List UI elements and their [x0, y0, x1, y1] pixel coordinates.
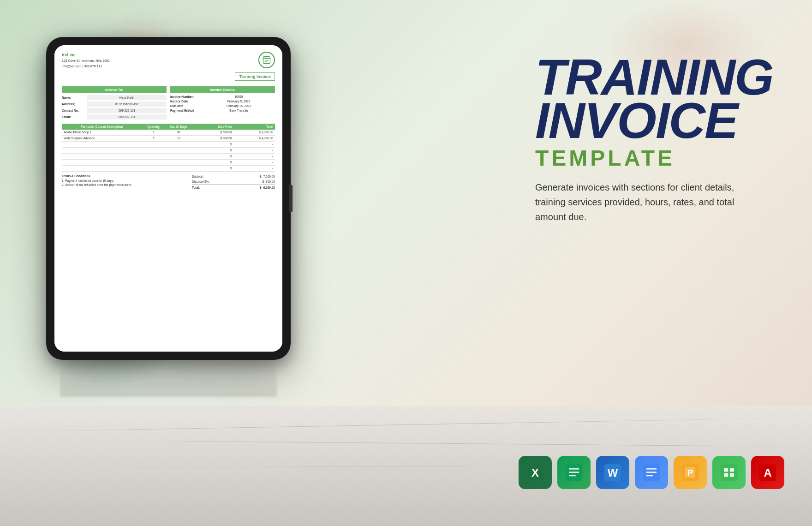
table-row: Web Designer Advance 5 10 $ 800.00 $ 4,0… — [62, 135, 275, 141]
svg-rect-15 — [646, 472, 657, 473]
table-row: $ - — [62, 153, 275, 159]
invoice-payment-label: Payment Method — [170, 109, 203, 112]
title-line-3: TEMPLATE — [535, 145, 775, 171]
invoice-date-label: Invoice Date — [170, 100, 203, 103]
invoice-to-section: Invoice To: Name: Hans Keith Address; 61… — [62, 86, 167, 121]
table-row: $ - — [62, 159, 275, 165]
subtotal-dollar: $ — [260, 175, 262, 178]
svg-rect-8 — [569, 468, 579, 470]
client-email-value: 099 222 101 — [87, 114, 167, 120]
cell-desc-0: Adobe Photo Shop 1 — [62, 130, 142, 136]
company-contact: info@kel.com | 999 676 111 — [62, 64, 110, 69]
invoice-details-section: Invoice Details: Invoice Number: 10098 I… — [170, 86, 275, 121]
cell-desc-3 — [62, 147, 142, 153]
terms-title: Terms & Conditions. — [62, 174, 192, 178]
cell-unit-5: $ — [192, 159, 233, 165]
cell-unit-2: $ — [192, 141, 233, 147]
client-address-value: 6132 Indiana Ave — [87, 102, 167, 107]
client-contact-row: Contact No: 099 222 101 — [62, 108, 167, 113]
invoice-number-row: Invoice Number: 10098 — [170, 95, 275, 98]
marble-line-1 — [0, 418, 812, 432]
acrobat-icon[interactable]: A — [751, 456, 784, 489]
word-icon[interactable]: W — [596, 456, 629, 489]
invoice-footer: Terms & Conditions. 1. Payment hast to b… — [62, 174, 275, 191]
tablet-wrapper: Kel Inc 123 Cove St. Invernes, Hills 209… — [46, 37, 291, 360]
cell-qty-0: 6 — [142, 130, 165, 136]
invoice-due-value: February 15, 2023 — [203, 104, 275, 108]
cell-qty-6 — [142, 165, 165, 171]
client-address-label: Address; — [62, 102, 87, 106]
cell-qty-4 — [142, 153, 165, 159]
tablet-reflection — [60, 360, 277, 397]
cell-days-3 — [165, 147, 193, 153]
cell-unit-6: $ — [192, 165, 233, 171]
svg-rect-24 — [730, 473, 734, 477]
cell-desc-1: Web Designer Advance — [62, 135, 142, 141]
cell-days-0: 30 — [165, 130, 193, 136]
cell-total-3: - — [234, 147, 275, 153]
client-contact-value: 099 222 101 — [87, 108, 167, 113]
cell-desc-5 — [62, 159, 142, 165]
cell-qty-5 — [142, 159, 165, 165]
tablet-device: Kel Inc 123 Cove St. Invernes, Hills 209… — [46, 37, 291, 360]
discount-amount: $ 350.00 — [262, 180, 275, 183]
invoice-date-value: February 5, 2023 — [203, 100, 275, 103]
description-text: Generate invoices with sections for clie… — [535, 180, 757, 224]
invoice-title-text: Training Invoice — [239, 74, 271, 79]
invoice-payment-value: Bank Transfer — [203, 109, 275, 112]
invoice-details-header: Invoice Details: — [170, 86, 275, 93]
svg-rect-21 — [724, 468, 728, 472]
pages-icon[interactable]: P — [674, 456, 707, 489]
svg-text:W: W — [608, 466, 618, 479]
table-header-unit: Unit Price — [192, 124, 233, 130]
cell-unit-0: $ 500.00 — [192, 130, 233, 136]
svg-text:X: X — [531, 466, 539, 479]
invoice-logo-icon — [258, 52, 275, 68]
total-amount: $ 6,650.00 — [260, 186, 275, 189]
cell-unit-1: $ 800.00 — [192, 135, 233, 141]
client-address-row: Address; 6132 Indiana Ave — [62, 102, 167, 107]
table-row: $ - — [62, 141, 275, 147]
total-label: Total: — [192, 186, 200, 189]
cell-total-2: - — [234, 141, 275, 147]
cell-total-6: - — [234, 165, 275, 171]
totals-section: Subtotal: $ 7,000.00 Discount 5%: $ 350.… — [192, 174, 275, 191]
invoice-sections: Invoice To: Name: Hans Keith Address; 61… — [62, 86, 275, 121]
table-header-days: No. Of Days — [165, 124, 193, 130]
table-row: $ - — [62, 147, 275, 153]
google-sheets-icon[interactable] — [557, 456, 591, 489]
svg-text:A: A — [764, 466, 771, 479]
invoice-title-bar: Training Invoice — [235, 72, 275, 81]
invoice-due-label: Due Date — [170, 104, 203, 108]
cell-total-5: - — [234, 159, 275, 165]
table-header-total: Total — [234, 124, 275, 130]
terms-item-1: 2. Amount is not refunded once the payme… — [62, 183, 192, 186]
numbers-icon[interactable] — [712, 456, 746, 489]
cell-total-1: $ 4,080.00 — [234, 135, 275, 141]
client-name-row: Name: Hans Keith — [62, 95, 167, 100]
cell-total-0: $ 3,080.00 — [234, 130, 275, 136]
cell-desc-4 — [62, 153, 142, 159]
table-row: Adobe Photo Shop 1 6 30 $ 500.00 $ 3,080… — [62, 130, 275, 136]
svg-rect-20 — [721, 464, 738, 481]
total-value: 6,650.00 — [263, 186, 275, 189]
subtotal-label: Subtotal: — [192, 175, 204, 178]
app-icons-row: X W P — [519, 456, 784, 489]
cell-desc-2 — [62, 141, 142, 147]
discount-row: Discount 5%: $ 350.00 — [192, 179, 275, 184]
cell-days-5 — [165, 159, 193, 165]
google-docs-icon[interactable] — [635, 456, 668, 489]
invoice-document: Kel Inc 123 Cove St. Invernes, Hills 209… — [54, 45, 282, 352]
terms-section: Terms & Conditions. 1. Payment hast to b… — [62, 174, 192, 191]
subtotal-amount: $ 7,000.00 — [260, 175, 275, 178]
invoice-header: Kel Inc 123 Cove St. Invernes, Hills 209… — [62, 52, 275, 69]
cell-qty-3 — [142, 147, 165, 153]
client-email-label: Email: — [62, 115, 87, 119]
excel-icon[interactable]: X — [519, 456, 552, 489]
svg-rect-14 — [646, 468, 657, 470]
client-contact-label: Contact No: — [62, 109, 87, 112]
cell-unit-4: $ — [192, 153, 233, 159]
discount-value: 350.00 — [266, 180, 275, 183]
table-header-desc: Particular Course Description — [62, 124, 142, 130]
cell-unit-3: $ — [192, 147, 233, 153]
